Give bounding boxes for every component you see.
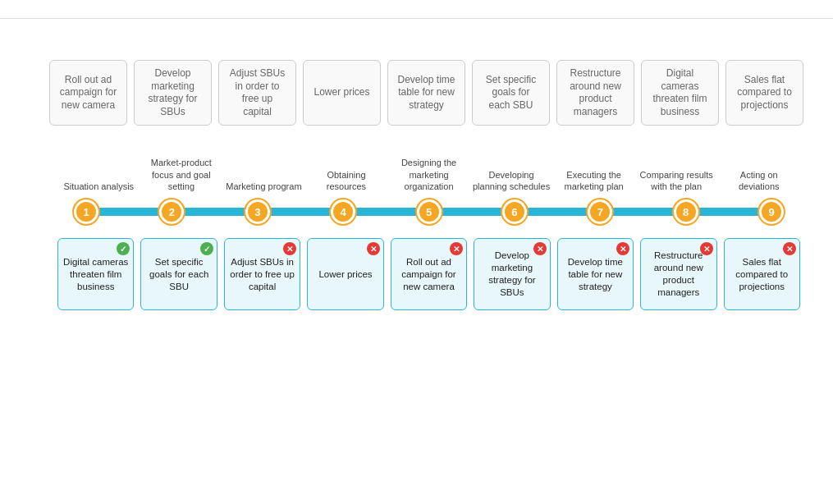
timeline-label: Acting on deviations bbox=[718, 169, 801, 193]
bank-item[interactable]: Lower prices bbox=[303, 60, 381, 126]
bank-item[interactable]: Set specific goals for each SBU bbox=[472, 60, 550, 126]
drop-item-text: Lower prices bbox=[318, 268, 372, 281]
incorrect-icon bbox=[367, 242, 380, 255]
bank-item[interactable]: Develop time table for new strategy bbox=[387, 60, 465, 126]
drop-item-text: Sales flat compared to projections bbox=[730, 256, 794, 293]
timeline-node: 9 bbox=[759, 199, 784, 224]
timeline-label: Obtaining resources bbox=[305, 169, 388, 193]
correct-icon bbox=[200, 242, 213, 255]
timeline-label: Marketing program bbox=[222, 181, 305, 192]
drop-item-text: Develop time table for new strategy bbox=[563, 256, 628, 293]
timeline-label: Situation analysis bbox=[57, 181, 140, 192]
drop-zone-row: Digital cameras threaten film businessSe… bbox=[49, 238, 808, 310]
timeline-label: Designing the marketing organization bbox=[387, 157, 470, 192]
incorrect-icon bbox=[450, 242, 463, 255]
timeline-bar: 123456789 bbox=[57, 197, 800, 227]
timeline-label: Executing the marketing plan bbox=[552, 169, 635, 193]
bank-item[interactable]: Develop marketing strategy for SBUs bbox=[134, 60, 212, 126]
incorrect-icon bbox=[616, 242, 629, 255]
timeline-node: 6 bbox=[502, 199, 527, 224]
bank-item[interactable]: Restructure around new product managers bbox=[556, 60, 634, 126]
drop-item-text: Roll out ad campaign for new camera bbox=[396, 256, 461, 293]
drop-item[interactable]: Restructure around new product managers bbox=[640, 238, 716, 310]
timeline-node: 3 bbox=[245, 199, 270, 224]
drop-item[interactable]: Adjust SBUs in order to free up capital bbox=[224, 238, 300, 310]
incorrect-icon bbox=[533, 242, 547, 255]
drop-item-text: Set specific goals for each SBU bbox=[146, 256, 211, 293]
timeline-label: Market-product focus and goal setting bbox=[140, 157, 223, 192]
bank-item[interactable]: Sales flat compared to projections bbox=[725, 60, 803, 126]
main-content: Roll out ad campaign for new cameraDevel… bbox=[0, 19, 833, 327]
drop-item[interactable]: Sales flat compared to projections bbox=[724, 238, 800, 310]
items-bank: Roll out ad campaign for new cameraDevel… bbox=[49, 52, 808, 134]
header bbox=[0, 0, 833, 19]
drop-item[interactable]: Digital cameras threaten film business bbox=[57, 238, 134, 310]
timeline-label: Developing planning schedules bbox=[470, 169, 553, 193]
drop-item[interactable]: Lower prices bbox=[307, 238, 383, 310]
timeline-node: 2 bbox=[159, 199, 184, 224]
timeline-nodes: 123456789 bbox=[57, 197, 800, 227]
drop-item-text: Develop marketing strategy for SBUs bbox=[479, 250, 544, 299]
bank-item[interactable]: Adjust SBUs in order to free up capital bbox=[218, 60, 296, 126]
timeline-label: Comparing results with the plan bbox=[635, 169, 718, 193]
bank-item[interactable]: Digital cameras threaten film business bbox=[641, 60, 719, 126]
timeline-node: 7 bbox=[588, 199, 612, 224]
timeline-node: 8 bbox=[674, 199, 698, 224]
correct-icon bbox=[117, 242, 130, 255]
timeline-labels: Situation analysisMarket-product focus a… bbox=[49, 157, 808, 192]
drop-item-text: Adjust SBUs in order to free up capital bbox=[230, 256, 295, 293]
timeline-node: 4 bbox=[331, 199, 355, 224]
timeline-node: 1 bbox=[74, 199, 98, 224]
drop-item-text: Restructure around new product managers bbox=[646, 250, 711, 299]
drop-item[interactable]: Set specific goals for each SBU bbox=[140, 238, 217, 310]
drop-item[interactable]: Develop time table for new strategy bbox=[557, 238, 634, 310]
drop-item[interactable]: Develop marketing strategy for SBUs bbox=[474, 238, 550, 310]
incorrect-icon bbox=[700, 242, 713, 255]
drop-item[interactable]: Roll out ad campaign for new camera bbox=[391, 238, 467, 310]
timeline-node: 5 bbox=[417, 199, 442, 224]
incorrect-icon bbox=[283, 242, 296, 255]
bank-item[interactable]: Roll out ad campaign for new camera bbox=[49, 60, 127, 126]
incorrect-icon bbox=[783, 242, 796, 255]
drop-item-text: Digital cameras threaten film business bbox=[63, 256, 128, 293]
